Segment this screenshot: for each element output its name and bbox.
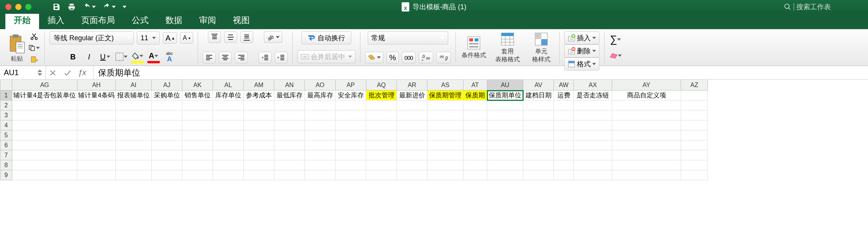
cell[interactable] <box>366 150 397 160</box>
column-header-AL[interactable]: AL <box>213 80 244 91</box>
cell[interactable]: 商品自定义项 <box>612 91 681 100</box>
cell[interactable] <box>182 160 213 170</box>
namebox-stepper[interactable] <box>38 69 42 76</box>
cell[interactable] <box>366 170 397 180</box>
increase-font-button[interactable]: A▴ <box>163 32 177 44</box>
italic-button[interactable]: I <box>83 50 96 63</box>
cell[interactable]: 库存单位 <box>213 91 244 100</box>
cell[interactable] <box>305 150 336 160</box>
cell[interactable] <box>681 110 708 120</box>
cell[interactable] <box>116 170 152 180</box>
enter-icon[interactable] <box>64 69 71 77</box>
phonetic-button[interactable]: abcA <box>163 50 176 63</box>
increase-indent-button[interactable] <box>275 52 288 63</box>
cell[interactable]: 保质期 <box>463 91 487 100</box>
cell[interactable] <box>397 140 427 150</box>
cell[interactable] <box>182 110 213 120</box>
column-header-AZ[interactable]: AZ <box>681 80 708 91</box>
cell[interactable] <box>274 170 305 180</box>
font-size-select[interactable]: 11 <box>137 31 160 44</box>
row-header[interactable]: 6 <box>0 140 12 150</box>
cell[interactable] <box>397 170 427 180</box>
cell[interactable] <box>427 160 463 170</box>
cell[interactable] <box>182 140 213 150</box>
paste-icon[interactable] <box>8 33 25 54</box>
cell[interactable] <box>681 150 708 160</box>
cell[interactable] <box>574 150 612 160</box>
align-center-button[interactable] <box>219 52 232 63</box>
decrease-decimal-button[interactable]: .00.0 <box>436 52 451 63</box>
cell[interactable] <box>77 110 116 120</box>
cell[interactable] <box>274 130 305 140</box>
conditional-format-button[interactable]: 条件格式 <box>460 35 487 59</box>
cell[interactable] <box>681 140 708 150</box>
column-header-AH[interactable]: AH <box>77 80 116 91</box>
cell[interactable] <box>523 130 554 140</box>
cell[interactable] <box>523 140 554 150</box>
column-header-AR[interactable]: AR <box>397 80 427 91</box>
cell[interactable] <box>336 140 366 150</box>
cell[interactable] <box>427 140 463 150</box>
cell[interactable] <box>336 160 366 170</box>
tab-start[interactable]: 开始 <box>5 12 39 29</box>
column-header-AY[interactable]: AY <box>612 80 681 91</box>
cell[interactable] <box>681 160 708 170</box>
font-name-select[interactable]: 等线 Regular (正文) <box>49 31 134 44</box>
cell[interactable] <box>116 100 152 110</box>
cell[interactable]: 保质期单位 <box>487 91 523 100</box>
cell[interactable] <box>336 120 366 130</box>
cell[interactable] <box>336 100 366 110</box>
cell[interactable] <box>116 110 152 120</box>
cell[interactable] <box>305 130 336 140</box>
format-as-table-button[interactable]: 套用 表格格式 <box>494 31 521 64</box>
cell[interactable] <box>77 150 116 160</box>
cell[interactable] <box>305 170 336 180</box>
cell[interactable] <box>12 160 77 170</box>
cell[interactable] <box>213 170 244 180</box>
cell[interactable] <box>612 120 681 130</box>
cell[interactable] <box>574 120 612 130</box>
cell[interactable]: 报表辅单位 <box>116 91 152 100</box>
cell[interactable]: 辅计量4是否包装单位 <box>12 91 77 100</box>
cell[interactable] <box>244 160 274 170</box>
cell[interactable] <box>77 100 116 110</box>
cell[interactable] <box>427 110 463 120</box>
percent-button[interactable]: % <box>387 52 399 63</box>
cell[interactable] <box>612 140 681 150</box>
column-header-AT[interactable]: AT <box>463 80 487 91</box>
column-header-AS[interactable]: AS <box>427 80 463 91</box>
underline-button[interactable]: U <box>99 50 112 63</box>
cell[interactable] <box>427 150 463 160</box>
decrease-font-button[interactable]: A▾ <box>180 32 193 44</box>
align-middle-button[interactable] <box>224 31 237 43</box>
cell[interactable] <box>152 140 182 150</box>
font-color-button[interactable]: A <box>147 50 160 63</box>
increase-decimal-button[interactable]: .0.00 <box>419 52 433 63</box>
minimize-icon[interactable] <box>15 4 21 10</box>
cell[interactable] <box>244 100 274 110</box>
zoom-icon[interactable] <box>25 4 31 10</box>
cell[interactable] <box>612 110 681 120</box>
cell[interactable] <box>574 160 612 170</box>
cell[interactable] <box>487 140 523 150</box>
cell[interactable] <box>397 160 427 170</box>
cell[interactable] <box>182 100 213 110</box>
column-header-AP[interactable]: AP <box>336 80 366 91</box>
fill-color-button[interactable] <box>131 50 144 63</box>
cell[interactable] <box>152 110 182 120</box>
cell[interactable] <box>523 120 554 130</box>
cell[interactable] <box>336 130 366 140</box>
cell[interactable] <box>554 110 574 120</box>
cell[interactable] <box>244 150 274 160</box>
cell[interactable] <box>336 150 366 160</box>
cell[interactable] <box>213 120 244 130</box>
tab-data[interactable]: 数据 <box>157 12 191 29</box>
cell[interactable] <box>487 100 523 110</box>
cell[interactable]: 保质期管理 <box>427 91 463 100</box>
cell[interactable] <box>612 160 681 170</box>
cell[interactable] <box>397 130 427 140</box>
cell[interactable] <box>366 140 397 150</box>
cell[interactable] <box>487 130 523 140</box>
align-top-button[interactable] <box>208 31 221 43</box>
merge-center-button[interactable]: 合并后居中 <box>297 50 355 63</box>
